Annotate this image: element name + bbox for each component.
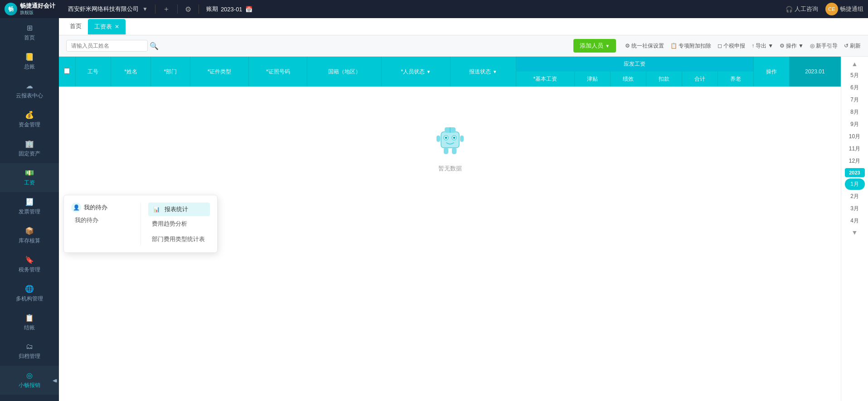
settings-icon[interactable]: ⚙ xyxy=(185,5,191,14)
svg-rect-9 xyxy=(444,148,448,154)
calendar-nav-up[interactable]: ▲ xyxy=(850,58,860,69)
sidebar-item-tax[interactable]: 🔖 税务管理 xyxy=(0,250,59,279)
header-name: *姓名 xyxy=(111,57,150,87)
subheader-total: 合计 xyxy=(682,72,718,87)
sidebar-item-archive[interactable]: 🗂 归档管理 xyxy=(0,337,59,366)
personal-tax-btn[interactable]: ◻ 个税申报 xyxy=(718,42,745,50)
sidebar-item-inventory[interactable]: 📦 库存核算 xyxy=(0,221,59,250)
calendar-month-11-2022[interactable]: 11月 xyxy=(845,143,865,155)
header-period: 2023.01 xyxy=(789,57,840,87)
sidebar-item-ledger[interactable]: 📒 总账 xyxy=(0,47,59,76)
sidebar-item-xiaochang[interactable]: ◎ 小畅报销 ◀ xyxy=(0,366,59,395)
calendar-nav-down[interactable]: ▼ xyxy=(850,227,860,238)
operations-icon: ⚙ xyxy=(780,43,785,49)
header-divider xyxy=(155,5,155,14)
sidebar-item-close[interactable]: 📋 结账 xyxy=(0,308,59,337)
period-area: 账期 2023-01 📅 xyxy=(206,5,252,13)
subheader-base-salary: *基本工资 xyxy=(516,72,574,87)
export-btn[interactable]: ↑ 导出 ▼ xyxy=(752,42,773,50)
customer-service[interactable]: 🎧 人工咨询 xyxy=(786,5,818,13)
personal-tax-icon: ◻ xyxy=(718,43,722,49)
sidebar-item-basic-settings[interactable]: ⚙ 基础设置 xyxy=(0,395,59,401)
sidebar-label-salary: 工资 xyxy=(24,179,35,187)
tab-bar: 首页 工资表 ✕ xyxy=(59,18,868,35)
sidebar-item-multi-org[interactable]: 🌐 多机构管理 xyxy=(0,279,59,308)
period-value[interactable]: 2023-01 xyxy=(221,6,242,13)
invoice-icon: 🧾 xyxy=(25,198,34,206)
company-name[interactable]: 西安虾米网络科技有限公司 xyxy=(68,5,139,13)
sidebar-label-ledger: 总账 xyxy=(24,63,35,71)
calendar-month-10-2022[interactable]: 10月 xyxy=(845,131,865,142)
ledger-icon: 📒 xyxy=(25,53,34,61)
calendar-month-3-2023[interactable]: 3月 xyxy=(845,203,865,214)
sidebar-label-close: 结账 xyxy=(24,324,35,332)
logo-text-area: 畅捷通好会计 旗舰版 xyxy=(20,2,55,16)
empty-robot-illustration xyxy=(432,123,468,159)
select-all-checkbox[interactable] xyxy=(64,68,70,74)
popup-report-section: 费用趋势分析 部门费用类型统计表 xyxy=(148,218,210,245)
sidebar-item-fixed-assets[interactable]: 🏢 固定资产 xyxy=(0,134,59,163)
search-icon[interactable]: 🔍 xyxy=(150,42,159,50)
calendar-month-6-2022[interactable]: 6月 xyxy=(845,82,865,93)
sidebar-label-tax: 税务管理 xyxy=(19,266,40,274)
sidebar-item-cloud-report[interactable]: ☁ 云报表中心 xyxy=(0,76,59,105)
tab-home[interactable]: 首页 xyxy=(63,19,88,35)
search-input[interactable] xyxy=(66,40,148,52)
sidebar-label-inventory: 库存核算 xyxy=(19,237,40,245)
guide-btn[interactable]: ◎ 新手引导 xyxy=(810,42,838,50)
calendar-icon[interactable]: 📅 xyxy=(245,6,252,13)
calendar-month-5-2022[interactable]: 5月 xyxy=(845,70,865,81)
svg-rect-10 xyxy=(452,148,456,154)
user-avatar: CE xyxy=(825,3,838,15)
calendar-month-9-2022[interactable]: 9月 xyxy=(845,119,865,130)
add-employee-button[interactable]: 添加人员 ▼ xyxy=(573,39,616,53)
toolbar: 🔍 添加人员 ▼ ⚙ 统一社保设置 📋 专项附加扣除 ◻ 个税申报 xyxy=(59,35,868,57)
calendar-month-2-2023[interactable]: 2月 xyxy=(845,191,865,202)
calendar-month-8-2022[interactable]: 8月 xyxy=(845,106,865,118)
popup-todo-icon: 👤 xyxy=(71,203,81,213)
popup-item-mytodo[interactable]: 我的待办 xyxy=(71,214,133,226)
calendar-month-1-2023[interactable]: 1月 xyxy=(845,179,865,190)
logo-icon: 畅 xyxy=(5,3,17,15)
popup-divider xyxy=(141,203,141,245)
calendar-month-12-2022[interactable]: 12月 xyxy=(845,155,865,167)
popup-item-trend[interactable]: 费用趋势分析 xyxy=(148,218,210,230)
guide-action-icon: ◎ xyxy=(810,43,815,49)
svg-rect-8 xyxy=(460,135,464,142)
svg-point-5 xyxy=(445,137,447,139)
calendar-month-4-2023[interactable]: 4月 xyxy=(845,215,865,227)
calendar-year-2023: 2023 xyxy=(845,168,865,177)
tab-salary[interactable]: 工资表 ✕ xyxy=(88,19,126,34)
app-sub: 旗舰版 xyxy=(20,10,55,16)
archive-icon: 🗂 xyxy=(26,343,33,351)
operations-btn[interactable]: ⚙ 操作 ▼ xyxy=(780,42,804,50)
status-filter-icon[interactable]: ▼ xyxy=(427,69,431,74)
header-report-status: 报送状态 ▼ xyxy=(451,57,516,87)
report-filter-icon[interactable]: ▼ xyxy=(493,69,497,74)
submenu-arrow-icon: ◀ xyxy=(53,378,57,383)
company-area: 西安虾米网络科技有限公司 ▼ ＋ ⚙ 账期 2023-01 📅 xyxy=(59,5,786,14)
popup-todo-header: 👤 我的待办 xyxy=(71,203,133,213)
social-insurance-btn[interactable]: ⚙ 统一社保设置 xyxy=(625,42,664,50)
tax-deduct-btn[interactable]: 📋 专项附加扣除 xyxy=(670,42,711,50)
subheader-pension: 养老 xyxy=(718,72,753,87)
tab-close-salary[interactable]: ✕ xyxy=(115,24,119,30)
empty-text: 暂无数据 xyxy=(438,164,462,173)
headset-icon: 🎧 xyxy=(786,6,793,13)
sidebar-label-xiaochang: 小畅报销 xyxy=(19,382,40,389)
export-arrow-icon: ▼ xyxy=(768,43,773,49)
tax-deduct-icon: 📋 xyxy=(670,43,677,49)
popup-item-dept-stats[interactable]: 部门费用类型统计表 xyxy=(148,233,210,245)
add-company-icon[interactable]: ＋ xyxy=(163,5,170,14)
sidebar-item-invoice[interactable]: 🧾 发票管理 xyxy=(0,192,59,221)
svg-rect-7 xyxy=(436,135,440,142)
calendar-month-7-2022[interactable]: 7月 xyxy=(845,94,865,106)
sidebar-item-home[interactable]: ⊞ 首页 xyxy=(0,18,59,47)
sidebar-item-fund[interactable]: 💰 资金管理 xyxy=(0,105,59,134)
tax-icon: 🔖 xyxy=(25,256,34,264)
calendar-panel: ▲ 5月 6月 7月 8月 9月 10月 11月 12月 2023 1月 2月 … xyxy=(841,57,868,401)
refresh-btn[interactable]: ↺ 刷新 xyxy=(844,42,861,50)
sidebar-item-salary[interactable]: 💵 工资 xyxy=(0,163,59,192)
company-dropdown-icon[interactable]: ▼ xyxy=(142,6,148,12)
user-info[interactable]: CE 畅捷通组 xyxy=(825,3,863,15)
